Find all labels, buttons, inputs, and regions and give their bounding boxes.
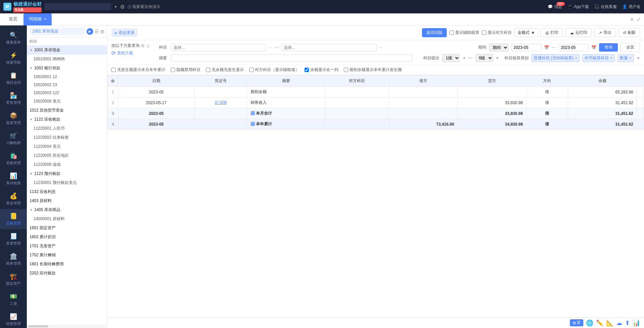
format-btn[interactable]: 金额式 ▼ xyxy=(515,28,538,37)
th-debit[interactable]: 借方 xyxy=(389,75,458,87)
cb-balance-in-one-input[interactable] xyxy=(305,68,309,72)
tree-item-10020001[interactable]: 10020001 12 xyxy=(27,73,107,81)
period-calendar-to-icon[interactable]: 📅 xyxy=(591,45,596,50)
tree-item-11220001[interactable]: 11220001 人民币 xyxy=(27,124,107,133)
show-opposite-checkbox[interactable] xyxy=(482,30,486,35)
cb-no-balance-input[interactable] xyxy=(206,68,210,72)
system-scheme-link[interactable]: ⟳ 系统方案 xyxy=(111,50,155,56)
tree-menu-icon[interactable]: ☰ xyxy=(95,29,99,34)
sidebar-item-ecommerce[interactable]: 🛒 小畅电商 xyxy=(0,129,27,149)
sidebar-item-fixed-assets[interactable]: 🏗️ 固定资产 xyxy=(0,269,27,289)
sidebar-item-retail[interactable]: 🏪 零售管理 xyxy=(0,88,27,109)
tree-item-1701[interactable]: 1701 无形资产 xyxy=(27,242,107,251)
tag-quantity-remove[interactable]: × xyxy=(629,56,632,60)
tree-item-1403[interactable]: 1403 原材料 xyxy=(27,196,107,205)
tree-item-10020002[interactable]: 10020002 23 xyxy=(27,81,107,89)
level-to-arrow-icon2[interactable]: ▼ xyxy=(637,56,640,60)
tree-item-11220005[interactable]: 11220005 所在地区 xyxy=(27,151,107,160)
subject-input[interactable] xyxy=(171,44,266,51)
cb-balance-in-one[interactable]: 余额显示在一列 xyxy=(305,67,338,73)
user-avatar[interactable]: 👤 用户名 xyxy=(622,4,641,10)
tree-item-10020003[interactable]: 10020003 122 xyxy=(27,89,107,97)
tree-item-1123[interactable]: ▼ 1123 预付账款 xyxy=(27,169,107,178)
close-window-icon[interactable]: ✕ xyxy=(630,17,634,22)
cb-no-amount[interactable]: 无发生额显示本月本年累计 xyxy=(111,67,165,73)
cb-no-amount-input[interactable] xyxy=(111,68,116,72)
cb-opening-balance[interactable]: 期初余额显示本年累计发生额 xyxy=(344,67,402,73)
top-settings-icon[interactable]: ⚙ xyxy=(120,4,125,10)
return-old-btn[interactable]: 返回旧版 xyxy=(422,28,447,37)
cb-hide-disabled-input[interactable] xyxy=(171,68,175,72)
sidebar-item-search[interactable]: 🔍 搜索菜单 xyxy=(0,28,27,48)
bottom-icon-1[interactable]: 🌐 xyxy=(586,319,593,327)
sidebar-item-project[interactable]: 📋 项目合同 xyxy=(0,68,27,88)
sidebar-item-wholesale[interactable]: 📦 批发管理 xyxy=(0,109,27,129)
sidebar-item-finance[interactable]: 💰 资金管理 xyxy=(0,189,27,209)
th-balance[interactable]: 余额 xyxy=(568,75,637,87)
period-from-input[interactable] xyxy=(511,44,541,51)
query-filter-collapse-icon[interactable]: ◁ xyxy=(146,44,149,48)
tab-detail[interactable]: 明细账 × xyxy=(23,13,52,25)
level-to-select[interactable]: 6级5级4级 xyxy=(475,54,493,62)
tree-item-11230001[interactable]: 11230001 预付账款美元 xyxy=(27,178,107,187)
th-opposite[interactable]: 对方科目 xyxy=(325,75,389,87)
sidebar-item-purchase[interactable]: 🛍️ 采购管理 xyxy=(0,149,27,169)
tree-item-10020006[interactable]: 10020006 美元 xyxy=(27,97,107,106)
th-date[interactable]: 日期 xyxy=(118,75,195,87)
th-voucher[interactable]: 凭证号 xyxy=(195,75,247,87)
subject-to-input[interactable] xyxy=(281,44,376,51)
th-credit[interactable]: 贷方 xyxy=(458,75,526,87)
bottom-icon-2[interactable]: ✏️ xyxy=(596,319,603,327)
tree-item-1012[interactable]: 1012 其他货币资金 xyxy=(27,106,107,115)
search-dropdown-icon[interactable]: ▼ xyxy=(114,5,117,9)
bottom-icon-4[interactable]: ☁ xyxy=(616,319,622,327)
sidebar-item-salary[interactable]: 💵 工资 xyxy=(0,289,27,310)
message-btn[interactable]: 💬 消息 99+ xyxy=(548,4,562,10)
search-input[interactable] xyxy=(171,54,413,62)
global-search-input[interactable] xyxy=(44,3,111,10)
expand-more-btn[interactable]: ▲ 收起更多 xyxy=(111,28,138,37)
app-download-btn[interactable]: 📱 App下载 xyxy=(568,4,589,10)
sidebar-item-invoice[interactable]: 🧾 发票管理 xyxy=(0,229,27,249)
sidebar-item-tax[interactable]: 🏛️ 税务管理 xyxy=(0,249,27,269)
tree-item-1602[interactable]: 1602 累计折旧 xyxy=(27,233,107,242)
sidebar-item-quick-nav[interactable]: ⚡ 快捷导航 xyxy=(0,48,27,68)
print-btn[interactable]: 🖨 打印 xyxy=(541,28,563,37)
period-to-input[interactable] xyxy=(558,44,589,51)
th-settings[interactable]: ⚙ xyxy=(108,75,118,87)
cb-hide-disabled[interactable]: 隐藏禁用科目 xyxy=(171,67,201,73)
tree-item-11220004[interactable]: 11220004 美元 xyxy=(27,142,107,151)
maximize-icon[interactable]: ⤢ xyxy=(637,17,641,22)
show-opposite-checkbox-label[interactable]: 显示对方科目 xyxy=(482,30,512,36)
cloud-print-btn[interactable]: ☁ 云打印 xyxy=(566,28,592,37)
query-filter-settings-icon[interactable]: ⚙ xyxy=(141,44,145,48)
online-service-btn[interactable]: 🎧 在线客服 xyxy=(594,4,617,10)
tree-item-1801[interactable]: 1801 长期待摊费用 xyxy=(27,260,107,269)
th-summary[interactable]: 摘要 xyxy=(247,75,325,87)
voucher-link-2[interactable]: 记-006 xyxy=(215,100,227,105)
sidebar-item-ledger[interactable]: 📒 总账管理 xyxy=(0,209,27,229)
next-account-btn[interactable]: ▶ xyxy=(87,28,93,35)
export-btn[interactable]: ↗ 导出 xyxy=(594,28,616,37)
tag-normal-remove[interactable]: × xyxy=(575,56,577,60)
lang-switcher[interactable]: ⊞ 英 xyxy=(570,319,583,326)
query-btn[interactable]: 查询 xyxy=(599,43,618,52)
tree-item-1002[interactable]: ▼ 1002 银行存款 xyxy=(27,64,107,73)
settings-btn[interactable]: 设置 xyxy=(621,43,640,52)
tree-item-1122[interactable]: ▼ 1122 应收账款 xyxy=(27,115,107,124)
tree-expand-icon[interactable]: ⊞ xyxy=(100,29,104,34)
tree-item-11220006[interactable]: 11220006 游戏 xyxy=(27,160,107,169)
tree-scrollbar-h[interactable] xyxy=(27,325,107,328)
show-auxiliary-checkbox[interactable] xyxy=(449,30,454,35)
bottom-icon-3[interactable]: 📐 xyxy=(606,319,613,327)
tab-home[interactable]: 首页 xyxy=(3,13,23,25)
cb-opposite-subject[interactable]: 对方科目（显示辅助项） xyxy=(249,67,299,73)
tree-item-2202[interactable]: 2202 应付账款 xyxy=(27,269,107,278)
sidebar-item-inventory[interactable]: 📊 库存核算 xyxy=(0,169,27,189)
period-calendar-from-icon[interactable]: 📅 xyxy=(544,45,549,50)
bottom-icon-5[interactable]: ⬆ xyxy=(625,319,630,327)
show-auxiliary-checkbox-label[interactable]: 显示辅助核算 xyxy=(449,30,479,36)
bottom-icon-6[interactable]: 📊 xyxy=(633,319,640,327)
tree-item-1702[interactable]: 1702 累计摊销 xyxy=(27,251,107,260)
demo-link[interactable]: ◷ 我要看实例演示 xyxy=(127,4,160,10)
